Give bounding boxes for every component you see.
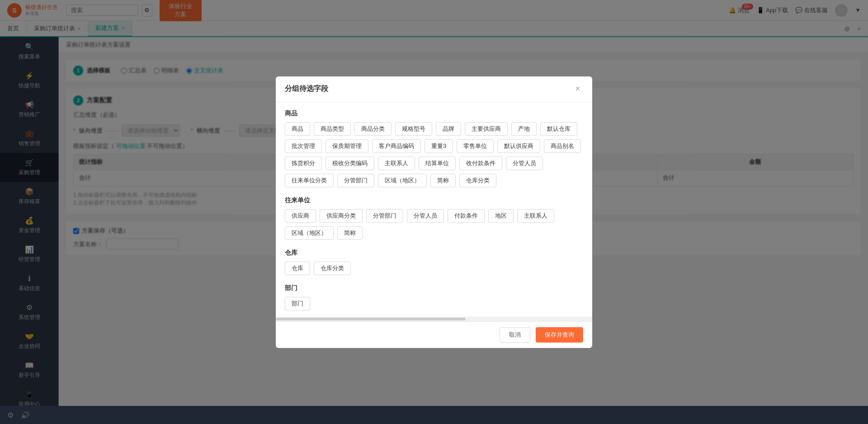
field-tag[interactable]: 区域（地区）	[378, 174, 427, 187]
field-tag[interactable]: 供应商分类	[320, 209, 363, 223]
field-group-warehouse: 仓库 仓库 仓库分类	[285, 249, 583, 275]
field-tag[interactable]: 简称	[337, 226, 363, 240]
field-group-product: 商品 商品 商品类型 商品分类 规格型号 品牌 主要供应商 产地 默认仓库 批次…	[285, 110, 583, 187]
dialog-hscroll-thumb	[276, 318, 466, 320]
field-tag[interactable]: 重量3	[425, 139, 453, 153]
field-tag[interactable]: 税收分类编码	[326, 157, 374, 170]
dialog-overlay: 分组待选字段 × 商品 商品 商品类型 商品分类 规格型号 品牌 主要供应商 产…	[0, 0, 868, 424]
field-tag[interactable]: 商品类型	[314, 122, 351, 136]
field-tag[interactable]: 分管人员	[506, 157, 543, 170]
field-tag[interactable]: 仓库分类	[459, 174, 496, 187]
field-tag[interactable]: 商品别名	[544, 139, 581, 153]
dialog: 分组待选字段 × 商品 商品 商品类型 商品分类 规格型号 品牌 主要供应商 产…	[276, 76, 592, 348]
dialog-body: 商品 商品 商品类型 商品分类 规格型号 品牌 主要供应商 产地 默认仓库 批次…	[276, 102, 592, 317]
field-tag[interactable]: 品牌	[436, 122, 461, 136]
dialog-close-button[interactable]: ×	[572, 84, 583, 95]
field-tag[interactable]: 主要供应商	[465, 122, 508, 136]
cancel-button[interactable]: 取消	[500, 327, 530, 343]
field-tag[interactable]: 产地	[511, 122, 537, 136]
field-tag[interactable]: 简称	[430, 174, 456, 187]
field-tag[interactable]: 分管部门	[366, 209, 403, 223]
field-tag[interactable]: 分管人员	[407, 209, 444, 223]
group-product-title: 商品	[285, 110, 583, 118]
field-tag[interactable]: 往来单位分类	[285, 174, 334, 187]
field-tag[interactable]: 主联系人	[378, 157, 415, 170]
confirm-button[interactable]: 保存并查询	[536, 327, 583, 343]
field-tag[interactable]: 规格型号	[395, 122, 432, 136]
field-tag[interactable]: 保质期管理	[326, 139, 368, 153]
group-warehouse-title: 仓库	[285, 249, 583, 257]
group-dept-title: 部门	[285, 284, 583, 292]
field-tag[interactable]: 部门	[285, 297, 310, 310]
field-tag[interactable]: 默认供应商	[497, 139, 540, 153]
field-tag[interactable]: 客户商品编码	[372, 139, 421, 153]
partner-fields: 供应商 供应商分类 分管部门 分管人员 付款条件 地区 主联系人 区域（地区） …	[285, 209, 583, 240]
field-group-partner: 往来单位 供应商 供应商分类 分管部门 分管人员 付款条件 地区 主联系人 区域…	[285, 196, 583, 240]
field-tag[interactable]: 商品分类	[354, 122, 392, 136]
dept-fields: 部门	[285, 297, 583, 310]
field-tag[interactable]: 收付款条件	[459, 157, 502, 170]
dialog-footer: 取消 保存并查询	[276, 321, 592, 348]
field-tag[interactable]: 分管部门	[337, 174, 374, 187]
field-tag[interactable]: 批次管理	[285, 139, 322, 153]
field-tag[interactable]: 区域（地区）	[285, 226, 334, 240]
dialog-title: 分组待选字段	[285, 84, 328, 94]
dialog-horizontal-scrollbar[interactable]	[276, 317, 592, 321]
field-tag[interactable]: 付款条件	[448, 209, 485, 223]
dialog-header: 分组待选字段 ×	[276, 76, 592, 102]
product-fields: 商品 商品类型 商品分类 规格型号 品牌 主要供应商 产地 默认仓库 批次管理 …	[285, 122, 583, 187]
field-group-dept: 部门 部门	[285, 284, 583, 310]
warehouse-fields: 仓库 仓库分类	[285, 262, 583, 275]
field-tag[interactable]: 商品	[285, 122, 310, 136]
field-tag[interactable]: 地区	[488, 209, 514, 223]
field-tag[interactable]: 主联系人	[517, 209, 554, 223]
field-tag[interactable]: 拣货积分	[285, 157, 322, 170]
group-partner-title: 往来单位	[285, 196, 583, 205]
field-tag[interactable]: 结算单位	[419, 157, 456, 170]
field-tag[interactable]: 默认仓库	[540, 122, 577, 136]
field-tag[interactable]: 供应商	[285, 209, 316, 223]
field-tag[interactable]: 仓库分类	[314, 262, 351, 275]
field-tag[interactable]: 零售单位	[457, 139, 494, 153]
field-tag[interactable]: 仓库	[285, 262, 310, 275]
